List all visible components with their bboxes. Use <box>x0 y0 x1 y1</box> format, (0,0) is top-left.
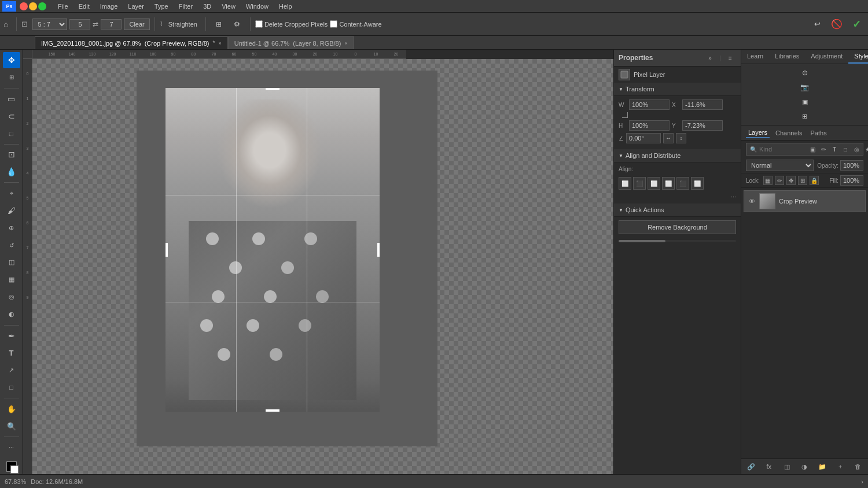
layer-visibility-icon[interactable]: 👁 <box>748 197 756 205</box>
transform-section-header[interactable]: ▼ Transform <box>614 83 741 96</box>
artboard-tool[interactable]: ⊞ <box>3 69 20 86</box>
crop-width-input[interactable] <box>69 19 90 29</box>
menu-edit[interactable]: Edit <box>74 2 94 11</box>
gradient-tool[interactable]: ▦ <box>3 272 20 288</box>
crop-handle-br[interactable] <box>373 405 380 412</box>
flip-v-btn[interactable]: ↕ <box>676 133 686 143</box>
crop-tool[interactable]: ⊡ <box>3 147 20 163</box>
straighten-button[interactable]: Straighten <box>165 20 201 29</box>
layers-tab-layers[interactable]: Layers <box>746 128 770 138</box>
crop-handle-bl[interactable] <box>165 405 172 412</box>
menu-file[interactable]: File <box>53 2 73 11</box>
object-select-tool[interactable]: ⬚ <box>3 125 20 142</box>
pen-tool[interactable]: ✒ <box>3 328 20 344</box>
undo-icon[interactable]: ↩ <box>809 16 825 32</box>
brush-tool[interactable]: 🖌 <box>3 202 20 219</box>
tab-untitled[interactable]: Untitled-1 @ 66.7% (Layer 8, RGB/8) × <box>228 36 354 49</box>
menu-3d[interactable]: 3D <box>198 2 216 11</box>
crop-handle-mr[interactable] <box>377 243 380 257</box>
path-selection-tool[interactable]: ↗ <box>3 362 20 378</box>
dodge-tool[interactable]: ◐ <box>3 306 20 323</box>
zoom-tool[interactable]: 🔍 <box>3 418 20 434</box>
transform-y-input[interactable] <box>682 120 723 131</box>
menu-help[interactable]: Help <box>274 2 297 11</box>
angle-input[interactable] <box>626 133 661 143</box>
eraser-tool[interactable]: ◫ <box>3 254 20 271</box>
tab-learn[interactable]: Learn <box>741 50 769 64</box>
layer-item-crop-preview[interactable]: 👁 Crop Preview <box>744 190 866 212</box>
layer-filter-smart[interactable]: ◎ <box>852 145 861 154</box>
align-center-v-btn[interactable]: ⬛ <box>676 177 689 190</box>
more-tools[interactable]: ··· <box>3 439 20 456</box>
tab-styles[interactable]: Styles <box>848 50 868 64</box>
cancel-crop-icon[interactable]: 🚫 <box>829 16 845 32</box>
spot-healing-tool[interactable]: ⌖ <box>3 185 20 201</box>
menu-image[interactable]: Image <box>95 2 123 11</box>
tab-img1-close[interactable]: × <box>218 40 221 46</box>
lock-move[interactable]: ✥ <box>786 176 796 185</box>
tab-untitled-close[interactable]: × <box>344 40 347 46</box>
background-color[interactable] <box>10 465 19 474</box>
menu-window[interactable]: Window <box>241 2 273 11</box>
swap-icon[interactable]: ⇄ <box>93 20 98 28</box>
opacity-input[interactable] <box>840 160 863 171</box>
content-aware-checkbox[interactable] <box>330 20 337 28</box>
crop-handle-tm[interactable] <box>266 88 279 90</box>
lock-all[interactable]: 🔒 <box>810 176 819 185</box>
layer-filter-shape[interactable]: □ <box>841 145 850 154</box>
new-group-icon[interactable]: 📁 <box>817 461 827 472</box>
layers-tab-channels[interactable]: Channels <box>773 128 804 138</box>
clear-button[interactable]: Clear <box>124 19 149 30</box>
new-adjustment-icon[interactable]: ◑ <box>799 461 810 472</box>
flip-h-btn[interactable]: ↔ <box>663 133 674 143</box>
blur-tool[interactable]: ◎ <box>3 289 20 305</box>
crop-handle-tl[interactable] <box>165 88 172 94</box>
delete-layer-icon[interactable]: 🗑 <box>853 461 863 472</box>
menu-icon[interactable]: ≡ <box>724 52 736 64</box>
more-btn[interactable]: ··· <box>731 193 736 200</box>
foreground-color[interactable] <box>6 461 17 472</box>
quick-actions-header[interactable]: ▼ Quick Actions <box>614 204 741 217</box>
align-section-header[interactable]: ▼ Align and Distribute <box>614 149 741 162</box>
fill-input[interactable] <box>840 175 863 186</box>
transform-h-input[interactable] <box>629 120 670 131</box>
tab-libraries[interactable]: Libraries <box>769 50 805 64</box>
expand-icon[interactable]: » <box>704 52 716 64</box>
delete-cropped-checkbox-label[interactable]: Delete Cropped Pixels <box>255 20 328 28</box>
type-tool[interactable]: T <box>3 345 20 361</box>
stamp-tool[interactable]: ⊕ <box>3 220 20 236</box>
transform-x-input[interactable] <box>682 99 723 110</box>
menu-view[interactable]: View <box>217 2 240 11</box>
window-minimize-button[interactable] <box>29 2 37 10</box>
panel-icon-2[interactable]: 📷 <box>799 81 811 94</box>
align-bottom-btn[interactable]: ⬜ <box>691 177 704 190</box>
rectangular-marquee-tool[interactable]: ▭ <box>3 91 20 107</box>
canvas-content[interactable] <box>32 59 613 474</box>
crop-handle-tr[interactable] <box>373 88 380 94</box>
move-tool[interactable]: ✥ <box>3 52 20 68</box>
align-top-btn[interactable]: ⬜ <box>662 177 675 190</box>
eyedropper-tool[interactable]: 💧 <box>3 164 20 180</box>
delete-cropped-checkbox[interactable] <box>255 20 263 28</box>
remove-background-button[interactable]: Remove Background <box>619 220 736 234</box>
panel-icon-4[interactable]: ⊞ <box>799 110 811 123</box>
panel-icon-1[interactable]: ⊙ <box>799 66 811 79</box>
lasso-tool[interactable]: ⊂ <box>3 108 20 124</box>
align-left-btn[interactable]: ⬜ <box>619 177 631 190</box>
grid-icon[interactable]: ⊞ <box>211 16 227 32</box>
blend-mode-select[interactable]: Normal Dissolve Multiply <box>746 160 814 171</box>
layer-filter-effect[interactable]: ★ <box>863 145 868 154</box>
confirm-crop-icon[interactable]: ✓ <box>848 16 865 32</box>
window-maximize-button[interactable] <box>38 2 46 10</box>
crop-height-input[interactable] <box>101 19 122 29</box>
lock-artboard[interactable]: ⊞ <box>798 176 807 185</box>
content-aware-checkbox-label[interactable]: Content-Aware <box>330 20 381 28</box>
ratio-select[interactable]: 5 : 7 <box>32 19 67 30</box>
add-mask-icon[interactable]: ◫ <box>782 461 792 472</box>
shape-tool[interactable]: □ <box>3 379 20 395</box>
settings-icon[interactable]: ⚙ <box>229 16 245 32</box>
window-close-button[interactable] <box>20 2 28 10</box>
tab-adjustment[interactable]: Adjustment <box>805 50 848 64</box>
align-center-h-btn[interactable]: ⬛ <box>633 177 646 190</box>
crop-handle-bm[interactable] <box>266 409 279 412</box>
